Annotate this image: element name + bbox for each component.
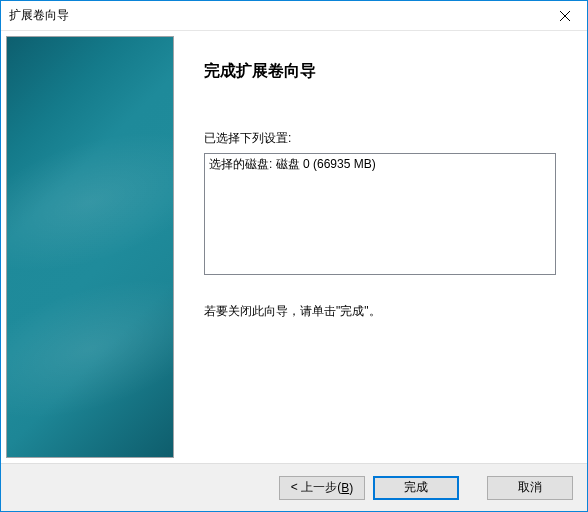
page-title: 完成扩展卷向导	[204, 61, 567, 82]
back-button[interactable]: < 上一步(B)	[279, 476, 365, 500]
cancel-button[interactable]: 取消	[487, 476, 573, 500]
finish-button-label: 完成	[404, 479, 428, 496]
content-row: 完成扩展卷向导 已选择下列设置: 选择的磁盘: 磁盘 0 (66935 MB) …	[1, 31, 587, 463]
button-row: < 上一步(B) 完成 取消	[1, 463, 587, 511]
window-title: 扩展卷向导	[9, 7, 69, 24]
titlebar: 扩展卷向导	[1, 1, 587, 31]
back-button-mnemonic: B	[341, 481, 349, 495]
back-button-prefix: < 上一步(	[291, 479, 341, 496]
back-button-suffix: )	[349, 481, 353, 495]
selected-settings-box: 选择的磁盘: 磁盘 0 (66935 MB)	[204, 153, 556, 275]
selected-disk-line: 选择的磁盘: 磁盘 0 (66935 MB)	[209, 156, 551, 172]
settings-label: 已选择下列设置:	[204, 130, 567, 147]
wizard-window: 扩展卷向导 完成扩展卷向导 已选择下列设置: 选择的磁盘: 磁盘 0 (6693…	[0, 0, 588, 512]
finish-button[interactable]: 完成	[373, 476, 459, 500]
closing-note: 若要关闭此向导，请单击"完成"。	[204, 303, 567, 320]
close-button[interactable]	[542, 1, 587, 30]
close-icon	[560, 11, 570, 21]
main-panel: 完成扩展卷向导 已选择下列设置: 选择的磁盘: 磁盘 0 (66935 MB) …	[174, 31, 587, 463]
titlebar-buttons	[542, 1, 587, 30]
wizard-side-banner	[6, 36, 174, 458]
cancel-button-label: 取消	[518, 479, 542, 496]
client-area: 完成扩展卷向导 已选择下列设置: 选择的磁盘: 磁盘 0 (66935 MB) …	[1, 31, 587, 511]
